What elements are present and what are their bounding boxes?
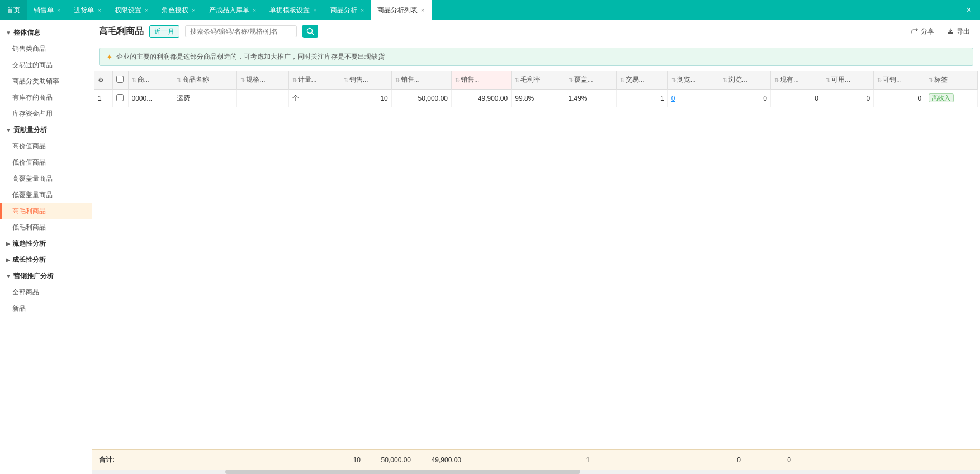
- sidebar-item-new-goods[interactable]: 新品: [0, 301, 92, 317]
- footer-trade-count: 1: [545, 456, 590, 464]
- col-tag[interactable]: ⇅标签: [925, 71, 978, 90]
- col-checkbox[interactable]: [112, 71, 128, 90]
- sidebar-group-contribution[interactable]: ▼ 贡献量分析: [0, 122, 92, 138]
- sidebar: ▼ 整体信息 销售类商品 交易过的商品 商品分类助销率 有库存的商品 库存资金占…: [0, 20, 92, 474]
- filter-recent-month[interactable]: 近一月: [149, 25, 179, 38]
- nav-inbound[interactable]: 产成品入库单 ×: [202, 0, 263, 20]
- col-sellable[interactable]: ⇅可销...: [874, 71, 925, 90]
- cell-sellable: 0: [874, 90, 925, 107]
- col-settings[interactable]: ⚙: [94, 71, 112, 90]
- content-panel: 高毛利商品 近一月 分享: [92, 20, 980, 474]
- cell-unit: 个: [288, 90, 340, 107]
- col-spec[interactable]: ⇅规格...: [237, 71, 288, 90]
- col-code[interactable]: ⇅商...: [128, 71, 173, 90]
- sidebar-group-marketing[interactable]: ▼ 营销推广分析: [0, 268, 92, 284]
- footer-label: 合计:: [99, 455, 115, 464]
- share-button[interactable]: 分享: [907, 26, 938, 37]
- col-coverage[interactable]: ⇅覆盖...: [565, 71, 616, 90]
- col-view2[interactable]: ⇅浏览...: [719, 71, 770, 90]
- nav-purchase[interactable]: 进货单 ×: [67, 0, 107, 20]
- nav-inbound-close[interactable]: ×: [253, 7, 256, 13]
- sidebar-item-low-value[interactable]: 低价值商品: [0, 154, 92, 171]
- info-banner: ✦ 企业的主要的利润都是这部分商品创造的，可考虑加大推广，同时关注库存是不要出现…: [99, 48, 973, 66]
- chevron-right-icon-2: ▶: [6, 257, 10, 263]
- sidebar-item-high-coverage[interactable]: 高覆盖量商品: [0, 171, 92, 187]
- nav-analysis-list-close[interactable]: ×: [421, 7, 424, 13]
- nav-purchase-close[interactable]: ×: [97, 7, 101, 13]
- footer-sales-qty: 10: [316, 456, 361, 464]
- col-view1[interactable]: ⇅浏览...: [667, 71, 719, 90]
- sidebar-item-in-stock[interactable]: 有库存的商品: [0, 90, 92, 106]
- sidebar-item-all-goods[interactable]: 全部商品: [0, 284, 92, 301]
- cell-view1[interactable]: 0: [667, 90, 719, 107]
- cell-current-stock: 0: [770, 90, 822, 107]
- export-button[interactable]: 导出: [943, 26, 973, 37]
- nav-home[interactable]: 首页: [0, 0, 27, 20]
- col-name[interactable]: ⇅商品名称: [173, 71, 237, 90]
- chevron-down-icon-3: ▼: [6, 273, 11, 279]
- nav-sales[interactable]: 销售单 ×: [27, 0, 67, 20]
- footer-available: 0: [746, 456, 791, 464]
- search-input[interactable]: [185, 25, 297, 37]
- col-sales-profit[interactable]: ⇅销售...: [451, 71, 511, 90]
- sidebar-item-stock-capital[interactable]: 库存资金占用: [0, 106, 92, 122]
- col-current-stock[interactable]: ⇅现有...: [770, 71, 822, 90]
- nav-roles[interactable]: 角色授权 ×: [155, 0, 202, 20]
- cell-tag: 高收入: [925, 90, 978, 107]
- cell-sales-qty: 10: [340, 90, 391, 107]
- nav-analysis-close[interactable]: ×: [361, 7, 364, 13]
- search-icon: [306, 27, 314, 35]
- cell-name: 运费: [173, 90, 237, 107]
- cell-coverage: 1.49%: [565, 90, 616, 107]
- sidebar-item-high-value[interactable]: 高价值商品: [0, 138, 92, 154]
- footer-current-stock: 0: [696, 456, 741, 464]
- sidebar-item-high-margin[interactable]: 高毛利商品: [0, 203, 92, 219]
- sidebar-item-low-margin[interactable]: 低毛利商品: [0, 219, 92, 236]
- page-title: 高毛利商品: [99, 26, 144, 37]
- sidebar-item-sales-goods[interactable]: 销售类商品: [0, 41, 92, 57]
- table-footer: 合计: 10 50,000.00 49,900.00 1 0 0: [92, 449, 980, 470]
- sidebar-group-trend[interactable]: ▶ 流趋性分析: [0, 236, 92, 252]
- goods-table: ⚙ ⇅商... ⇅商品名称 ⇅规格...: [94, 71, 978, 107]
- tag-badge: 高收入: [929, 93, 954, 102]
- cell-sales-amt: 50,000.00: [391, 90, 451, 107]
- sidebar-group-overall[interactable]: ▼ 整体信息: [0, 25, 92, 41]
- col-sales-qty[interactable]: ⇅销售...: [340, 71, 391, 90]
- footer-sales-amt: 50,000.00: [366, 456, 411, 464]
- chevron-down-icon: ▼: [6, 30, 11, 36]
- col-trade-count[interactable]: ⇅交易...: [616, 71, 667, 90]
- window-close-button[interactable]: ×: [958, 0, 980, 20]
- horizontal-scrollbar[interactable]: [92, 470, 980, 474]
- nav-template-close[interactable]: ×: [313, 7, 316, 13]
- nav-permissions-close[interactable]: ×: [145, 7, 148, 13]
- sidebar-item-low-coverage[interactable]: 低覆盖量商品: [0, 187, 92, 203]
- cell-checkbox[interactable]: [112, 90, 128, 107]
- nav-analysis-list[interactable]: 商品分析列表 ×: [371, 0, 431, 20]
- nav-roles-close[interactable]: ×: [192, 7, 195, 13]
- svg-rect-2: [948, 32, 953, 34]
- cell-index: 1: [94, 90, 112, 107]
- nav-permissions[interactable]: 权限设置 ×: [108, 0, 155, 20]
- col-available[interactable]: ⇅可用...: [822, 71, 873, 90]
- row-checkbox[interactable]: [116, 94, 124, 101]
- col-gross-margin[interactable]: ⇅毛利率: [512, 71, 565, 90]
- chevron-down-icon-2: ▼: [6, 127, 11, 133]
- sidebar-item-category-rate[interactable]: 商品分类助销率: [0, 73, 92, 90]
- scrollbar-thumb[interactable]: [225, 470, 580, 474]
- nav-template[interactable]: 单据模板设置 ×: [263, 0, 323, 20]
- cell-gross-margin: 99.8%: [512, 90, 565, 107]
- table-wrapper[interactable]: ⚙ ⇅商... ⇅商品名称 ⇅规格...: [94, 71, 978, 449]
- select-all-checkbox[interactable]: [116, 76, 124, 83]
- sidebar-group-growth[interactable]: ▶ 成长性分析: [0, 252, 92, 268]
- nav-sales-close[interactable]: ×: [57, 7, 60, 13]
- cell-trade-count: 1: [616, 90, 667, 107]
- search-button[interactable]: [302, 25, 318, 38]
- table-row: 1 0000... 运费 个 10 50,000.00 49,900.00 99…: [94, 90, 978, 107]
- export-icon: [946, 27, 954, 35]
- col-sales-amt[interactable]: ⇅销售...: [391, 71, 451, 90]
- cell-view2: 0: [719, 90, 770, 107]
- nav-analysis[interactable]: 商品分析 ×: [324, 0, 371, 20]
- col-unit[interactable]: ⇅计量...: [288, 71, 340, 90]
- chevron-right-icon: ▶: [6, 241, 10, 247]
- sidebar-item-traded-goods[interactable]: 交易过的商品: [0, 57, 92, 73]
